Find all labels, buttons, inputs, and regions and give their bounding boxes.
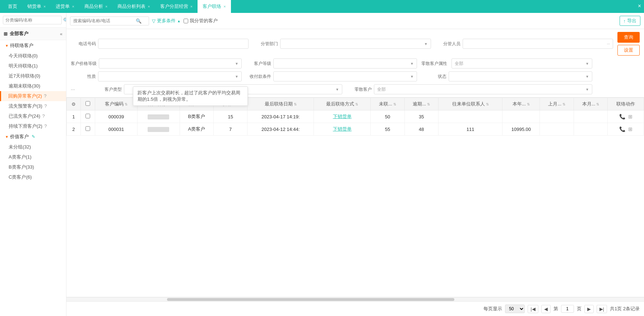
nav-customer-tier-close[interactable]: × xyxy=(190,4,193,9)
dept-arrow-icon: ▼ xyxy=(424,42,428,46)
nav-customer-tier[interactable]: 客户分层经营 × xyxy=(155,0,198,13)
sidebar-item-today[interactable]: 今天待联络(0) xyxy=(0,51,66,61)
sidebar-item-week[interactable]: 近7天待联络(0) xyxy=(0,71,66,81)
sidebar-item-b-class[interactable]: B类客户(33) xyxy=(0,162,66,172)
th-unit-contacts[interactable]: 往来单位联系人⇅ xyxy=(438,98,502,110)
nav-home[interactable]: 首页 xyxy=(3,0,22,13)
nav-sales-close[interactable]: × xyxy=(43,4,46,9)
sidebar-item-declining[interactable]: 持续下滑客户(2) ? xyxy=(0,121,66,131)
filter-nature-select[interactable]: ▼ xyxy=(98,71,242,81)
filter-retail-attr-select[interactable]: 全部 ▼ xyxy=(451,58,592,69)
action-phone-icon-1[interactable]: 📞 xyxy=(619,126,625,132)
first-page-btn[interactable]: |◀ xyxy=(528,305,538,313)
td-last-month-0 xyxy=(540,110,574,123)
sidebar-search-input[interactable] xyxy=(3,16,62,24)
toolbar-search-input[interactable] xyxy=(73,18,134,23)
window-close-button[interactable]: × xyxy=(638,3,641,9)
nav-customer-contact[interactable]: 客户联络 × xyxy=(198,0,231,13)
per-page-select[interactable]: 50 100 200 xyxy=(505,305,525,313)
nav-product-analysis-list[interactable]: 商品分析列表 × xyxy=(112,0,155,13)
more-filter-btn[interactable]: ▽ 更多条件 ▲ xyxy=(152,18,181,24)
nav-sales[interactable]: 销货单 × xyxy=(22,0,51,13)
nav-product-analysis-list-close[interactable]: × xyxy=(148,4,150,9)
th-last-date[interactable]: 最后联络日期⇅ xyxy=(247,98,314,110)
th-gear[interactable]: ⚙ xyxy=(67,98,81,110)
th-this-year[interactable]: 本年...⇅ xyxy=(502,98,540,110)
filter-phone-label: 电话号码 xyxy=(71,41,96,47)
action-more-icon-1[interactable]: ⊞ xyxy=(628,126,633,132)
th-code[interactable]: 客户编码⇅ xyxy=(95,98,138,110)
filter-customer-type-label: 客户类型 xyxy=(97,86,122,93)
td-last-method-1[interactable]: 下销货单 xyxy=(314,123,371,136)
page-number-input[interactable] xyxy=(561,305,574,313)
sidebar-item-churned[interactable]: 已流失客户(24) ? xyxy=(0,111,66,121)
select-all-checkbox[interactable] xyxy=(85,101,90,106)
sidebar-collapse-btn[interactable]: « xyxy=(60,31,62,37)
sidebar-value-group[interactable]: ▼ 价值客户 ✎ xyxy=(0,131,66,142)
filter-customer-level-select[interactable]: ▼ xyxy=(273,58,417,69)
content-area: 距客户上次交易时长，超过了此客户的平均交易周期的1.5倍，则视为异常。 🔍 ▽ … xyxy=(66,13,644,316)
td-checkbox-1[interactable] xyxy=(80,123,95,136)
action-phone-icon-0[interactable]: 📞 xyxy=(619,114,625,119)
th-overdue[interactable]: 逾期...⇅ xyxy=(404,98,438,110)
toolbar-search-icon[interactable]: 🔍 xyxy=(136,18,142,24)
last-method-link-0[interactable]: 下销货单 xyxy=(333,114,352,119)
dots-button[interactable]: ··· xyxy=(71,86,75,92)
nav-purchase-close[interactable]: × xyxy=(72,4,74,9)
sidebar-search-icon[interactable]: 🔍 xyxy=(63,18,66,23)
row-checkbox-1[interactable] xyxy=(85,126,90,131)
nav-product-analysis-close[interactable]: × xyxy=(105,4,107,9)
export-button[interactable]: ↑ 导出 xyxy=(620,16,641,26)
sidebar-item-overdue[interactable]: 逾期未联络(30) xyxy=(0,81,66,91)
last-method-link-1[interactable]: 下销货单 xyxy=(333,126,352,132)
th-this-month[interactable]: 本月...⇅ xyxy=(574,98,607,110)
sidebar-item-tomorrow[interactable]: 明天待联络(1) xyxy=(0,61,66,71)
toolbar: 🔍 ▽ 更多条件 ▲ 我分管的客户 ↑ 导出 xyxy=(66,13,644,29)
td-last-month-1 xyxy=(540,123,574,136)
filter-phone-input[interactable] xyxy=(98,39,249,49)
sidebar-item-repurchase-abnormal[interactable]: 回购异常客户(2) ? xyxy=(0,91,66,101)
action-more-icon-0[interactable]: ⊞ xyxy=(628,114,633,119)
question-icon-2: ? xyxy=(42,113,45,119)
prev-page-btn[interactable]: ◀ xyxy=(541,305,551,313)
td-this-month-0 xyxy=(574,110,607,123)
filter-payment-select[interactable]: ▼ xyxy=(273,71,417,81)
th-last-method[interactable]: 最后联络方式⇅ xyxy=(314,98,371,110)
sidebar-item-a-class[interactable]: A类客户(1) xyxy=(0,152,66,162)
sidebar-group-pending[interactable]: ▼ 待联络客户 xyxy=(0,40,66,51)
sidebar-all-customers-header[interactable]: ⊞ 全部客户 « xyxy=(0,28,66,40)
nav-customer-contact-close[interactable]: × xyxy=(223,4,226,9)
gear-icon[interactable]: ⚙ xyxy=(71,102,76,107)
settings-button[interactable]: 设置 xyxy=(617,45,640,56)
query-button[interactable]: 查询 xyxy=(617,32,640,43)
filter-price-level-select[interactable]: ▼ xyxy=(99,58,242,69)
filter-person-select[interactable]: ··· xyxy=(463,39,613,49)
th-last-month[interactable]: 上月...⇅ xyxy=(540,98,574,110)
td-last-method-0[interactable]: 下销货单 xyxy=(314,110,371,123)
nav-product-analysis[interactable]: 商品分析 × xyxy=(79,0,112,13)
filter-dept-select[interactable]: ▼ xyxy=(280,39,431,49)
td-index-0: 1 xyxy=(67,110,81,123)
grid-icon: ⊞ xyxy=(4,31,8,37)
filter-person-field: 分管人员 ··· xyxy=(435,39,613,49)
edit-icon[interactable]: ✎ xyxy=(32,134,35,139)
nav-purchase[interactable]: 进货单 × xyxy=(51,0,79,13)
td-checkbox-0[interactable] xyxy=(80,110,95,123)
row-checkbox-0[interactable] xyxy=(85,114,90,118)
my-customers-checkbox-area[interactable]: 我分管的客户 xyxy=(184,18,218,24)
horizontal-scrollbar[interactable] xyxy=(66,297,644,301)
my-customers-checkbox[interactable] xyxy=(184,19,188,23)
sidebar-item-churn-warning[interactable]: 流失预警客户(3) ? xyxy=(0,101,66,111)
scrollbar-thumb[interactable] xyxy=(167,298,454,301)
last-page-btn[interactable]: ▶| xyxy=(597,305,607,313)
filter-retail-customer-field: 零散客户 全部 ▼ xyxy=(347,84,592,94)
th-uncontact[interactable]: 未联...⇅ xyxy=(371,98,404,110)
sidebar-item-c-class[interactable]: C类客户(6) xyxy=(0,172,66,182)
filter-person-label: 分管人员 xyxy=(435,41,460,47)
sidebar-item-ungrouped[interactable]: 未分组(32) xyxy=(0,142,66,152)
filter-status-label: 状态 xyxy=(421,74,446,80)
next-page-btn[interactable]: ▶ xyxy=(584,305,594,313)
filter-retail-customer-select[interactable]: 全部 ▼ xyxy=(374,84,592,94)
table-body: 1 000039 B类客户 15 2023-04-17 14:19: 下销货单 … xyxy=(67,110,644,136)
filter-status-select[interactable]: ▼ xyxy=(449,71,592,81)
